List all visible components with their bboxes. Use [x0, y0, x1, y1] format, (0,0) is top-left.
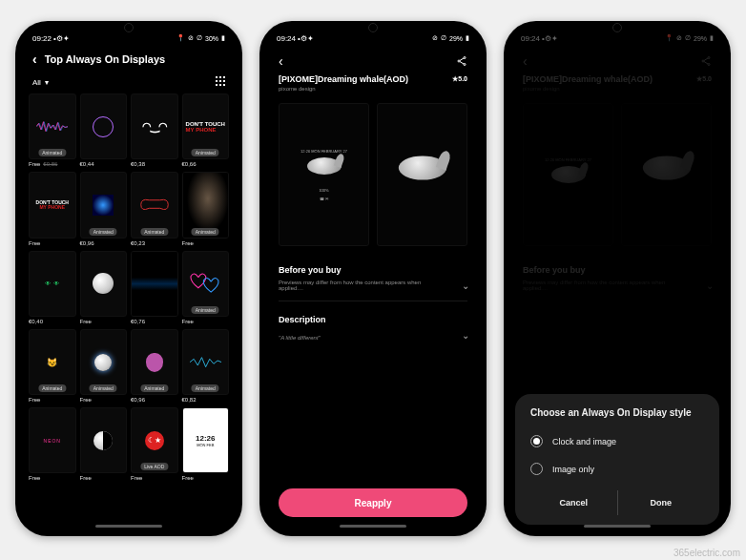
filter-all[interactable]: All ▾: [32, 78, 49, 87]
watermark: 365electric.com: [673, 548, 740, 558]
aod-item[interactable]: €0,76: [131, 251, 178, 324]
chevron-down-icon[interactable]: ⌄: [462, 280, 469, 291]
thumb: [80, 251, 128, 317]
filter-label: All: [32, 78, 41, 87]
price: Free: [182, 319, 194, 324]
badge: Animated: [192, 306, 219, 314]
svg-rect-2: [223, 76, 225, 78]
thumb: Animated: [182, 251, 230, 317]
reapply-label: Reapply: [355, 498, 392, 508]
thumb: ☾★ Live AOD: [131, 407, 178, 473]
price: Free: [80, 475, 92, 481]
price: Free: [80, 319, 92, 324]
status-icons-left: •⚙✦: [298, 34, 314, 43]
preview-2[interactable]: [377, 103, 467, 246]
price: €0,66: [182, 161, 197, 167]
price: €0,23: [131, 240, 145, 246]
svg-rect-3: [216, 80, 218, 82]
aod-item[interactable]: ◠‿◠ €0,38: [131, 93, 178, 167]
aod-item[interactable]: Animated €0,82: [182, 329, 230, 403]
phone-frame-3: 09:24 •⚙✦ 📍 ⊘ ∅ 29% ▮ ‹: [504, 21, 731, 536]
location-icon: 📍: [176, 34, 185, 42]
option-label: Clock and image: [552, 437, 616, 446]
cancel-button[interactable]: Cancel: [530, 490, 617, 515]
reapply-button[interactable]: Reapply: [279, 488, 467, 517]
status-time: 09:22: [32, 34, 52, 43]
option-label: Image only: [552, 465, 594, 474]
thumb: Animated: [80, 329, 128, 395]
thumb: Animated: [131, 172, 178, 238]
aod-item[interactable]: 👁 👁 €0,40: [29, 251, 76, 324]
badge: Animated: [192, 228, 219, 236]
share-icon[interactable]: [456, 55, 467, 68]
grid-view-icon[interactable]: [216, 76, 225, 88]
thumb: 😼 Animated: [29, 329, 76, 395]
thumb: [131, 251, 178, 317]
aod-item[interactable]: Animated Free: [80, 329, 128, 403]
aod-item[interactable]: Free: [80, 407, 128, 481]
radio-icon: [530, 463, 543, 475]
option-image-only[interactable]: Image only: [530, 455, 704, 483]
price: Free: [182, 475, 194, 481]
badge: Live AOD: [140, 463, 168, 470]
price: Free: [80, 397, 92, 403]
badge: Animated: [38, 384, 66, 392]
price: Free: [131, 475, 142, 481]
badge: Animated: [90, 228, 117, 236]
svg-rect-5: [223, 80, 225, 82]
aod-item[interactable]: 😼 Animated Free: [29, 329, 76, 403]
screen-detail: 09:24 •⚙✦ ⊘ ∅ 29% ▮ ‹ [PIXOME]Dreaming w…: [265, 27, 481, 530]
aod-item[interactable]: ☾★ Live AOD Free: [131, 407, 178, 481]
option-clock-image[interactable]: Clock and image: [530, 427, 704, 455]
price: €0,76: [131, 319, 145, 324]
battery-icon: ▮: [466, 34, 469, 42]
thumb: DON'T TOUCHMY PHONE: [29, 172, 76, 238]
back-icon[interactable]: ‹: [279, 53, 283, 69]
aod-item[interactable]: NEON Free: [29, 407, 76, 481]
aod-item[interactable]: Animated €0,23: [131, 172, 178, 245]
aod-item[interactable]: DON'T TOUCHMY PHONE Free: [29, 172, 76, 245]
aod-item[interactable]: Animated Free: [182, 172, 230, 245]
price: €0,96: [131, 397, 145, 403]
status-time: 09:24: [277, 34, 296, 43]
badge: Animated: [38, 149, 66, 156]
home-indicator[interactable]: [340, 525, 406, 528]
price: Free: [29, 161, 40, 167]
price: €0,44: [80, 161, 94, 167]
svg-rect-0: [216, 76, 218, 78]
aod-grid: Animated Free€0,86 €0,44 ◠‿◠ €0,38 DON'T…: [21, 93, 237, 487]
chevron-down-icon[interactable]: ⌄: [462, 330, 469, 341]
aod-item[interactable]: Animated €0,96: [80, 172, 128, 245]
aod-item[interactable]: Animated Free: [182, 251, 230, 324]
thumb: [80, 407, 128, 473]
badge: Animated: [192, 149, 219, 156]
svg-rect-7: [219, 84, 221, 86]
aod-item[interactable]: Animated €0,96: [131, 329, 178, 403]
aod-item[interactable]: €0,44: [80, 93, 128, 167]
preview-1[interactable]: 12:26 MON FEBRUARY 27 100% ☎ ✉: [279, 103, 369, 246]
data-off-icon: ∅: [197, 34, 202, 42]
price: €0,96: [80, 240, 94, 246]
price: Free: [29, 240, 40, 246]
rating: ★5.0: [452, 75, 467, 83]
aod-item[interactable]: DON'T TOUCHMY PHONE Animated €0,66: [182, 93, 230, 167]
thumb: Animated: [29, 93, 76, 159]
back-icon[interactable]: ‹: [32, 52, 37, 67]
screen-dialog: 09:24 •⚙✦ 📍 ⊘ ∅ 29% ▮ ‹: [509, 27, 725, 530]
data-off-icon: ∅: [441, 34, 446, 42]
price: Free: [29, 397, 40, 403]
home-indicator[interactable]: [95, 525, 162, 528]
preview-batt: 100%: [319, 188, 328, 193]
battery-text: 29%: [449, 35, 463, 42]
home-indicator[interactable]: [584, 525, 651, 528]
style-dialog: Choose an Always On Display style Clock …: [515, 394, 719, 525]
description-title: Description: [265, 301, 481, 326]
thumb: Animated: [182, 329, 230, 395]
done-button[interactable]: Done: [618, 490, 705, 515]
aod-item[interactable]: Animated Free€0,86: [29, 93, 76, 167]
aod-item[interactable]: 12:26MON FEB Free: [182, 407, 230, 481]
page-title: Top Always On Displays: [45, 53, 166, 65]
aod-item[interactable]: Free: [80, 251, 128, 324]
thumb: DON'T TOUCHMY PHONE Animated: [182, 93, 230, 159]
price: €0,40: [29, 319, 43, 324]
